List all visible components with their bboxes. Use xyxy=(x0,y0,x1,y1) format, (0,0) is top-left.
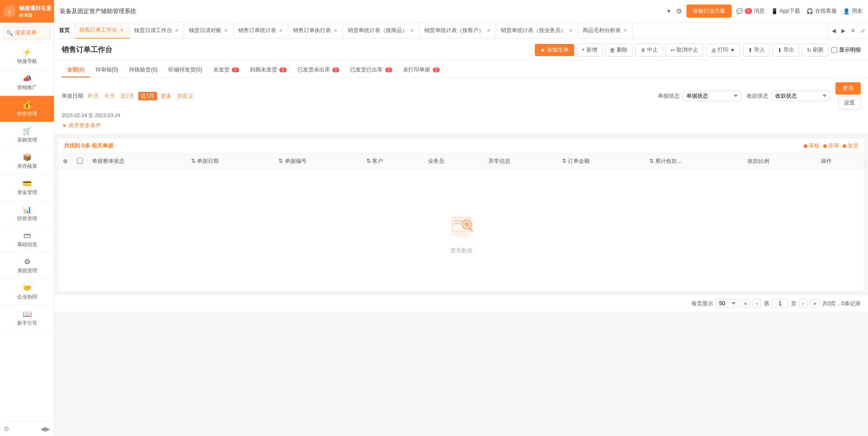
filter-tab-not-printed[interactable]: 未打印单据 0 xyxy=(398,63,445,77)
message-button[interactable]: 💬 6 消息 xyxy=(736,7,765,15)
tab-close-button[interactable]: ✕ xyxy=(333,28,338,33)
date-opt-yesterday[interactable]: 昨天 xyxy=(86,91,101,101)
sidebar-item-guide[interactable]: 📖 新手引导 xyxy=(0,305,54,332)
pause-button[interactable]: ⏸ 中止 xyxy=(635,43,663,57)
tab-close-all-button[interactable]: ✕ xyxy=(848,23,858,39)
table-scroll-area[interactable]: ⚙ 单据整体状态 ⇅ 单据日期 xyxy=(58,154,864,291)
delete-button[interactable]: 🗑 删除 xyxy=(605,43,633,57)
message-icon: 💬 xyxy=(736,8,743,14)
tab-close-button[interactable]: ✕ xyxy=(568,28,573,33)
page-next-button[interactable]: › xyxy=(799,299,807,308)
abandon-review-button[interactable]: 弃审 xyxy=(823,142,839,150)
gear-icon[interactable]: ⚙ xyxy=(63,158,68,165)
tab-close-button[interactable]: ✕ xyxy=(119,28,125,33)
tab-label: 销货单统计表（按客户） xyxy=(424,27,484,34)
select-all-checkbox[interactable] xyxy=(77,158,83,164)
svg-rect-10 xyxy=(454,223,460,224)
filter-tab-badge: 0 xyxy=(332,67,340,72)
tab-scroll-right-button[interactable]: ▶ xyxy=(839,23,848,39)
enterprise-icon: 🤝 xyxy=(23,284,32,292)
expand-button[interactable]: ▼ 展开更多条件 xyxy=(62,122,101,129)
tab-cash-daily[interactable]: 钱货日清工作台 ✕ xyxy=(129,23,184,39)
setting-button[interactable]: 设置 xyxy=(838,96,861,109)
date-opt-7days[interactable]: 近7天 xyxy=(119,91,136,101)
payment-select[interactable]: 收款状态 xyxy=(771,90,830,101)
smart-create-button[interactable]: ★ 智能生单 xyxy=(535,44,574,56)
import-button[interactable]: ⬆ 导入 xyxy=(743,43,770,57)
tab-home[interactable]: 首页 xyxy=(54,23,75,39)
date-opt-today[interactable]: 今天 xyxy=(102,91,117,101)
filter-tab-overdue[interactable]: 到期未发货 0 xyxy=(245,63,292,77)
topbar-cta-button[interactable]: 体验行业方案 xyxy=(686,5,732,18)
show-detail-checkbox[interactable]: 显示明细 xyxy=(831,46,861,54)
page-input[interactable] xyxy=(772,299,788,308)
review-button[interactable]: 审核 xyxy=(804,142,820,150)
sidebar-item-marketing[interactable]: 📣 营销推广 xyxy=(0,70,54,96)
tab-sales-workbench[interactable]: 销售订单工作台 ✕ xyxy=(75,23,129,39)
tab-cash-reconcile[interactable]: 钱货日清对账 ✕ xyxy=(184,23,234,39)
tab-close-button[interactable]: ✕ xyxy=(223,28,229,33)
print-button[interactable]: 🖨 打印 ▼ xyxy=(706,43,740,57)
sidebar-item-inventory[interactable]: 📦 库存核算 xyxy=(0,148,54,175)
add-button[interactable]: + 新增 xyxy=(577,43,602,57)
tab-close-button[interactable]: ✕ xyxy=(409,28,415,33)
date-opt-custom[interactable]: 自定义 xyxy=(175,91,195,101)
page-prev-button[interactable]: ‹ xyxy=(753,299,761,308)
page-first-button[interactable]: « xyxy=(741,299,750,308)
filter-tab-not-shipped[interactable]: 未发货 0 xyxy=(208,63,245,77)
topbar-gear-button[interactable]: ⚙ xyxy=(676,7,682,15)
sidebar-item-system[interactable]: ⚙ 系统管理 xyxy=(0,253,54,279)
filter-tab-wangpu[interactable]: 旺铺待发货(0) xyxy=(163,63,208,77)
sidebar-item-basic[interactable]: 🗃 基础信息 xyxy=(0,227,54,253)
sidebar-item-label: 营销推广 xyxy=(17,84,37,91)
query-button[interactable]: 查询 xyxy=(835,82,861,95)
tab-sales-stat[interactable]: 销售订单统计表 ✕ xyxy=(234,23,288,39)
date-opt-1month[interactable]: 近1月 xyxy=(138,92,158,100)
cancel-pause-button[interactable]: ↩ 取消中止 xyxy=(666,43,703,57)
tab-close-button[interactable]: ✕ xyxy=(623,28,628,33)
sidebar-item-finance[interactable]: 💳 资金管理 xyxy=(0,175,54,201)
page-last-button[interactable]: » xyxy=(810,299,820,308)
page-of: 页 xyxy=(791,300,796,308)
tab-sales-stat-customer[interactable]: 销货单统计表（按客户） ✕ xyxy=(420,23,496,39)
ship-button[interactable]: 发货 xyxy=(843,142,858,150)
export-icon: ⬇ xyxy=(777,47,782,53)
sidebar-item-enterprise[interactable]: 🤝 企业协同 xyxy=(0,279,54,305)
tab-close-button[interactable]: ✕ xyxy=(278,28,283,33)
tab-margin[interactable]: 商品毛利分析表 ✕ xyxy=(578,23,633,39)
refresh-button[interactable]: ↻ 刷新 xyxy=(802,43,829,57)
col-actions-label: 操作 xyxy=(821,158,832,164)
filter-tab-shipped-out[interactable]: 已发货已出库 0 xyxy=(345,63,398,77)
page-size-select[interactable]: 50 10 20 100 xyxy=(716,299,738,308)
tab-sales-stat-product[interactable]: 销货单统计表（按商品） ✕ xyxy=(343,23,420,39)
tab-sales-exec[interactable]: 销售订单执行表 ✕ xyxy=(288,23,343,39)
filter-tab-pending-review[interactable]: 待审核(0) xyxy=(90,63,124,77)
settings-bottom-button[interactable]: ⚙ xyxy=(4,425,10,432)
tab-fullscreen-button[interactable]: ⤢ xyxy=(858,23,868,39)
date-opt-more[interactable]: 更多 xyxy=(159,91,173,101)
sidebar-item-quick-nav[interactable]: ⚡ 快捷导航 xyxy=(0,43,54,70)
online-service-button[interactable]: 🎧 在线客服 xyxy=(806,7,837,15)
tab-home-label: 首页 xyxy=(59,27,70,34)
sidebar-item-purchase[interactable]: 🛒 采购管理 xyxy=(0,122,54,148)
filter-tab-shipped-not-out[interactable]: 已发货未出库 0 xyxy=(292,63,345,77)
export-button[interactable]: ⬇ 导出 xyxy=(772,43,799,57)
system-dropdown-button[interactable]: ▼ xyxy=(666,8,671,14)
filter-tab-all[interactable]: 全部(0) xyxy=(62,63,90,77)
show-detail-input[interactable] xyxy=(831,47,837,53)
filter-tab-pending-check[interactable]: 待拣验货(0) xyxy=(124,63,163,77)
tab-close-button[interactable]: ✕ xyxy=(486,28,491,33)
search-menu-label: 搜索菜单 xyxy=(15,29,37,37)
collapse-sidebar-button[interactable]: ◀▶ xyxy=(40,425,50,432)
app-download-button[interactable]: 📱 App下载 xyxy=(771,7,800,15)
search-menu-button[interactable]: 🔍 搜索菜单 xyxy=(4,26,50,39)
empty-state: 暂无数据 xyxy=(58,169,864,291)
tab-close-button[interactable]: ✕ xyxy=(174,28,179,33)
status-select[interactable]: 单据状态 xyxy=(682,90,741,101)
print-icon: 🖨 xyxy=(711,47,716,53)
tab-scroll-left-button[interactable]: ◀ xyxy=(829,23,839,39)
tab-sales-stat-staff[interactable]: 销货单统计表（按业务员） ✕ xyxy=(496,23,578,39)
user-button[interactable]: 👤 用友 xyxy=(843,7,863,15)
sidebar-item-operations[interactable]: 📊 经营管理 xyxy=(0,201,54,227)
sidebar-item-sales[interactable]: 💰 销售管理 xyxy=(0,96,54,122)
